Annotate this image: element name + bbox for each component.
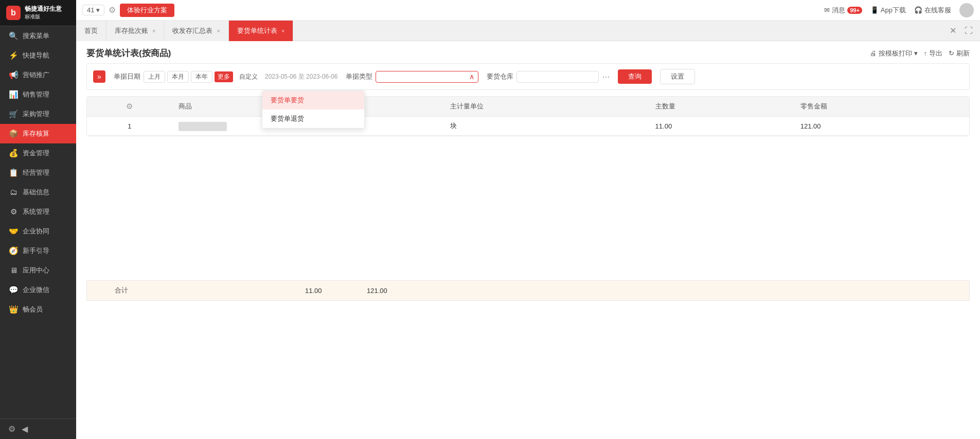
operations-icon: 📋 bbox=[8, 168, 19, 177]
purchase-icon: 🛒 bbox=[8, 109, 19, 119]
sidebar-item-label: 快捷导航 bbox=[23, 51, 49, 60]
warehouse-input[interactable] bbox=[516, 71, 599, 83]
warehouse-label: 要货仓库 bbox=[487, 72, 513, 81]
settings-icon[interactable]: ⚙ bbox=[109, 5, 116, 15]
type-select-input[interactable] bbox=[376, 71, 478, 83]
filter-type-group: 单据类型 ∧ bbox=[346, 71, 478, 83]
sidebar-logo: b 畅捷通好生意 标准版 bbox=[0, 0, 76, 26]
tab-expand-icon[interactable]: ⛶ bbox=[961, 25, 976, 36]
refresh-btn[interactable]: ↻ 刷新 bbox=[949, 49, 970, 58]
main-area: 41 ▾ ⚙ 体验行业方案 ✉ 消息 99+ 📱 App下载 🎧 在线客服 bbox=[76, 0, 980, 439]
app-center-icon: 🖥 bbox=[8, 266, 19, 275]
wechat-icon: 💬 bbox=[8, 285, 19, 295]
tab-batch-inventory[interactable]: 库存批次账 × bbox=[106, 21, 164, 41]
print-dropdown-icon: ▾ bbox=[914, 49, 918, 57]
filter-date-group: 单据日期 上月 本月 本年 更多 自定义 2023-05-06 至 2023-0… bbox=[114, 71, 337, 83]
tab-order-stats[interactable]: 要货单统计表 × bbox=[229, 21, 293, 41]
query-button[interactable]: 查询 bbox=[618, 69, 652, 84]
print-template-label: 按模板打印 bbox=[879, 49, 912, 58]
tabs-bar: 首页 库存批次账 × 收发存汇总表 × 要货单统计表 × ✕ ⛶ bbox=[76, 21, 980, 41]
date-more-badge[interactable]: 更多 bbox=[215, 71, 233, 82]
page-title-actions: 🖨 按模板打印 ▾ ↑ 导出 ↻ 刷新 bbox=[870, 49, 970, 58]
page-content: 要货单统计表(按商品) 🖨 按模板打印 ▾ ↑ 导出 ↻ 刷新 bbox=[76, 41, 980, 439]
app-logo-icon: b bbox=[6, 6, 21, 20]
header-actions: ✉ 消息 99+ 📱 App下载 🎧 在线客服 bbox=[824, 3, 974, 17]
row-amount: 121.00 bbox=[794, 117, 969, 136]
tab-order-stats-close[interactable]: × bbox=[281, 28, 284, 34]
sidebar-item-purchase[interactable]: 🛒 采购管理 bbox=[0, 104, 76, 124]
sidebar-item-label: 资金管理 bbox=[23, 149, 49, 158]
export-btn[interactable]: ↑ 导出 bbox=[924, 49, 943, 58]
sidebar-item-app-center[interactable]: 🖥 应用中心 bbox=[0, 261, 76, 280]
sidebar-item-label: 应用中心 bbox=[23, 266, 49, 275]
sidebar-item-shortcut[interactable]: ⚡ 快捷导航 bbox=[0, 46, 76, 65]
sidebar-item-system[interactable]: ⚙ 系统管理 bbox=[0, 202, 76, 222]
page-title-bar: 要货单统计表(按商品) 🖨 按模板打印 ▾ ↑ 导出 ↻ 刷新 bbox=[76, 41, 980, 63]
tab-batch-inventory-close[interactable]: × bbox=[152, 28, 155, 34]
app-download-label: App下载 bbox=[881, 6, 906, 15]
sidebar-item-sales[interactable]: 📊 销售管理 bbox=[0, 85, 76, 104]
sidebar-item-operations[interactable]: 📋 经营管理 bbox=[0, 163, 76, 182]
sidebar-item-search[interactable]: 🔍 搜索菜单 bbox=[0, 26, 76, 46]
filter-row: » 单据日期 上月 本月 本年 更多 自定义 2023-05-06 至 2023… bbox=[93, 69, 963, 84]
base-info-icon: 🗂 bbox=[8, 188, 19, 196]
filter-toggle-btn[interactable]: » bbox=[93, 70, 105, 83]
print-template-btn[interactable]: 🖨 按模板打印 ▾ bbox=[870, 49, 918, 58]
tab-home[interactable]: 首页 bbox=[76, 21, 106, 41]
sidebar-collapse-icon[interactable]: ◀ bbox=[22, 424, 28, 434]
sidebar-item-base-info[interactable]: 🗂 基础信息 bbox=[0, 182, 76, 202]
row-unit: 块 bbox=[444, 117, 649, 136]
sidebar-item-enterprise[interactable]: 🤝 企业协同 bbox=[0, 222, 76, 241]
row-quantity: 11.00 bbox=[649, 117, 794, 136]
sales-icon: 📊 bbox=[8, 90, 19, 99]
summary-row: 合计 11.00 121.00 bbox=[86, 280, 970, 301]
tab-receivable-summary[interactable]: 收发存汇总表 × bbox=[164, 21, 228, 41]
top-header: 41 ▾ ⚙ 体验行业方案 ✉ 消息 99+ 📱 App下载 🎧 在线客服 bbox=[76, 0, 980, 21]
search-icon: 🔍 bbox=[8, 31, 19, 41]
sidebar-item-vip[interactable]: 👑 畅会员 bbox=[0, 300, 76, 319]
sidebar-item-finance[interactable]: 💰 资金管理 bbox=[0, 143, 76, 163]
data-table: ⚙ 商品 主计量单位 主数量 零售金额 1 ████ 块 11.00 bbox=[87, 97, 969, 136]
sidebar-settings-icon[interactable]: ⚙ bbox=[8, 424, 15, 434]
filter-more-btn[interactable]: ··· bbox=[602, 72, 610, 81]
tabs-end-controls: ✕ ⛶ bbox=[947, 25, 980, 36]
inventory-icon: 📦 bbox=[8, 129, 19, 138]
marketing-icon: 📢 bbox=[8, 70, 19, 80]
sidebar-bottom: ⚙ ◀ bbox=[0, 418, 76, 439]
refresh-label: 刷新 bbox=[956, 49, 970, 58]
app-title: 畅捷通好生意 bbox=[25, 5, 62, 13]
tab-receivable-close[interactable]: × bbox=[217, 28, 220, 34]
online-service-action[interactable]: 🎧 在线客服 bbox=[914, 6, 951, 15]
tab-close-all-icon[interactable]: ✕ bbox=[947, 25, 959, 36]
col-settings[interactable]: ⚙ bbox=[87, 97, 172, 117]
trial-button[interactable]: 体验行业方案 bbox=[120, 4, 174, 17]
messages-action[interactable]: ✉ 消息 99+ bbox=[824, 6, 862, 15]
filter-area: » 单据日期 上月 本月 本年 更多 自定义 2023-05-06 至 2023… bbox=[86, 63, 970, 90]
shortcut-icon: ⚡ bbox=[8, 51, 19, 60]
app-download-action[interactable]: 📱 App下载 bbox=[870, 6, 906, 15]
date-up-month-btn[interactable]: 上月 bbox=[144, 71, 165, 83]
date-custom-btn[interactable]: 自定义 bbox=[235, 71, 262, 82]
date-current-month-btn[interactable]: 本月 bbox=[167, 71, 189, 83]
sidebar-item-inventory[interactable]: 📦 库存核算 bbox=[0, 124, 76, 143]
sidebar-item-guide[interactable]: 🧭 新手引导 bbox=[0, 241, 76, 261]
app-download-icon: 📱 bbox=[870, 6, 879, 14]
company-selector[interactable]: 41 ▾ bbox=[82, 5, 104, 15]
app-subtitle: 标准版 bbox=[25, 13, 62, 21]
company-selector-text: 41 bbox=[87, 6, 94, 14]
dropdown-item-return-order[interactable]: 要货单退货 bbox=[262, 109, 364, 128]
sidebar-item-label: 基础信息 bbox=[23, 188, 49, 197]
dropdown-item-purchase-order[interactable]: 要货单要货 bbox=[262, 91, 364, 109]
system-icon: ⚙ bbox=[8, 207, 19, 216]
sidebar-item-label: 搜索菜单 bbox=[23, 31, 49, 41]
sidebar-item-label: 营销推广 bbox=[23, 70, 49, 80]
export-label: 导出 bbox=[929, 49, 942, 58]
sidebar-item-label: 库存核算 bbox=[23, 129, 49, 138]
user-avatar[interactable] bbox=[959, 3, 974, 17]
sidebar-item-label: 经营管理 bbox=[23, 168, 49, 177]
sidebar-item-marketing[interactable]: 📢 营销推广 bbox=[0, 65, 76, 85]
sidebar-item-wechat[interactable]: 💬 企业微信 bbox=[0, 280, 76, 300]
date-year-btn[interactable]: 本年 bbox=[191, 71, 212, 83]
enterprise-icon: 🤝 bbox=[8, 227, 19, 236]
settings-button[interactable]: 设置 bbox=[660, 69, 695, 84]
